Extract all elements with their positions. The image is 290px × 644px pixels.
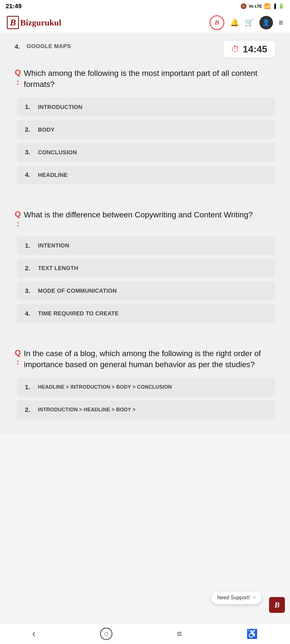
avatar-icon: 👤 [262,19,270,26]
question-2-options: 1. INTENTION 2. TEXT LENGTH 3. MODE OF C… [17,236,275,323]
brand-icon[interactable]: B [210,15,224,30]
option-2-3-text: MODE OF COMMUNICATION [38,288,117,294]
q3-prefix: Q [15,348,21,358]
support-close-button[interactable]: × [253,595,256,601]
option-3-1-text: HEADLINE > INTRODUCTION > BODY > CONCLUS… [38,384,172,391]
q1-prefix: Q [15,68,21,77]
item-label-4: GOOGLE MAPS [27,43,71,50]
option-3-2-num: 2. [25,406,32,414]
hamburger-icon[interactable]: ≡ [279,18,283,27]
option-1-1-text: INTRODUCTION [38,104,82,110]
option-1-3-text: CONCLUSION [38,149,77,156]
question-1-options: 1. INTRODUCTION 2. BODY 3. CONCLUSION 4.… [17,98,275,184]
cart-icon[interactable]: 🛒 [245,18,254,27]
option-2-3[interactable]: 3. MODE OF COMMUNICATION [17,282,275,300]
status-icons: 🔕 Vo LTE 📶 ▐ 🔋 [240,3,285,9]
q1-label: Q : [15,68,21,87]
option-1-4-num: 4. [25,171,32,179]
wifi-icon: 📶 [264,3,270,9]
option-1-4-text: HEADLINE [38,172,68,178]
question-1-text: Which among the following is the most im… [24,68,275,90]
avatar[interactable]: 👤 [259,16,273,29]
question-2-header: Q : What is the difference between Copyw… [15,209,275,228]
option-2-4[interactable]: 4. TIME REQUIRED TO CREATE [17,304,275,323]
logo-b-icon: B [7,16,19,29]
q3-label: Q : [15,348,21,367]
option-2-1-text: INTENTION [38,242,69,249]
option-3-2-text: INTRODUCTION > HEADLINE > BODY > [38,406,136,413]
timer-text: 14:45 [243,44,267,55]
option-1-2-num: 2. [25,126,32,133]
support-text: Need Support! [217,595,250,601]
logo: BBizgurukul [7,16,61,29]
option-2-1-num: 1. [25,242,32,249]
option-2-2-num: 2. [25,265,32,272]
option-1-1-num: 1. [25,103,32,111]
header-icons: B 🔔 🛒 👤 ≡ [210,15,283,30]
option-3-2[interactable]: 2. INTRODUCTION > HEADLINE > BODY > [17,401,275,419]
support-bubble[interactable]: Need Support! × [211,591,262,604]
option-2-1[interactable]: 1. INTENTION [17,236,275,255]
battery-icon: ▐ [273,4,276,9]
question-2-block: Q : What is the difference between Copyw… [15,209,275,323]
timer-badge: ⏱ 14:45 [223,41,275,57]
signal-text: Vo LTE [249,4,262,8]
q2-colon: : [16,219,19,228]
question-3-header: Q : In the case of a blog, which among t… [15,348,275,370]
option-2-3-num: 3. [25,287,32,295]
option-1-1[interactable]: 1. INTRODUCTION [17,98,275,116]
question-3-block: Q : In the case of a blog, which among t… [15,348,275,419]
notification-icon[interactable]: 🔔 [230,18,239,27]
option-2-2[interactable]: 2. TEXT LENGTH [17,259,275,278]
mute-icon: 🔕 [240,3,247,9]
logo-text: Bizgurukul [20,18,61,27]
option-1-2-text: BODY [38,127,55,133]
home-button[interactable]: ○ [100,628,112,640]
status-time: 21:49 [6,3,22,10]
q2-prefix: Q [15,209,21,219]
option-3-1-num: 1. [25,384,32,391]
brand-b-icon: B [215,19,219,26]
bottom-nav: ‹ ○ ≡ ♿ [0,623,290,644]
option-2-2-text: TEXT LENGTH [38,265,78,271]
item-num-4: 4. [15,43,23,50]
option-2-4-text: TIME REQUIRED TO CREATE [38,310,119,317]
main-content: 4. GOOGLE MAPS ⏱ 14:45 Q : Which among t… [0,33,290,434]
option-1-2[interactable]: 2. BODY [17,120,275,139]
support-b-icon: B [274,600,280,609]
q3-colon: : [16,357,19,367]
back-button[interactable]: ‹ [32,628,36,640]
question-3-text: In the case of a blog, which among the f… [24,348,275,370]
header: BBizgurukul B 🔔 🛒 👤 ≡ [0,12,290,33]
option-1-3[interactable]: 3. CONCLUSION [17,143,275,162]
option-1-4[interactable]: 4. HEADLINE [17,166,275,184]
prev-item-4: 4. GOOGLE MAPS [15,43,71,50]
menu-button[interactable]: ≡ [177,629,182,639]
option-2-4-num: 4. [25,310,32,317]
question-2-text: What is the difference between Copywriti… [24,209,253,220]
question-1-block: Q : Which among the following is the mos… [15,68,275,184]
question-1-header: Q : Which among the following is the mos… [15,68,275,90]
status-bar: 21:49 🔕 Vo LTE 📶 ▐ 🔋 [0,0,290,12]
battery-low-icon: 🔋 [278,3,284,9]
option-3-1[interactable]: 1. HEADLINE > INTRODUCTION > BODY > CONC… [17,378,275,397]
support-logo-button[interactable]: B [269,597,285,613]
q1-colon: : [16,77,19,87]
accessibility-button[interactable]: ♿ [246,628,258,639]
q2-label: Q : [15,209,21,228]
question-3-options: 1. HEADLINE > INTRODUCTION > BODY > CONC… [17,378,275,419]
option-1-3-num: 3. [25,149,32,156]
timer-icon: ⏱ [231,44,239,54]
